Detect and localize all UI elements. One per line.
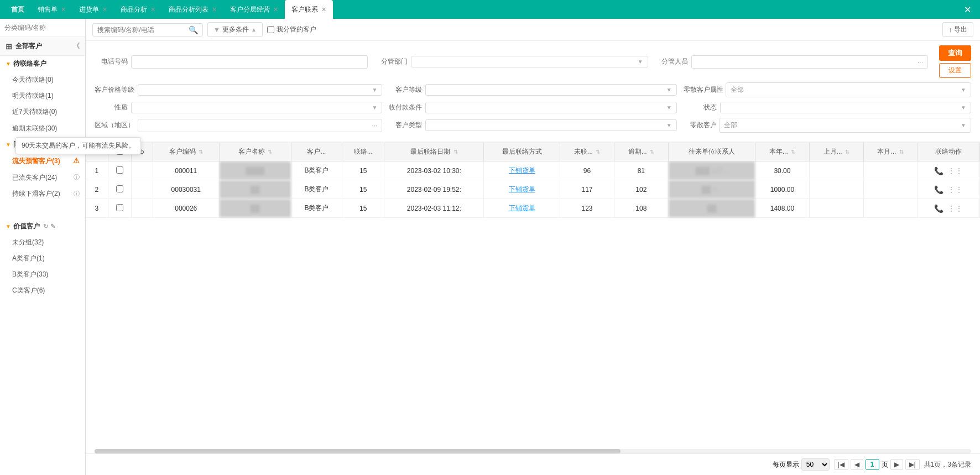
close-icon[interactable]: ✕ (273, 6, 278, 13)
cell-this-year: 1408.00 (755, 199, 810, 218)
cell-last-contact-method[interactable]: 下销货单 (484, 180, 560, 199)
sidebar-item-ungroups[interactable]: 未分组(32) (0, 234, 85, 250)
table-row: 1 000011 ████ B类客户 15 2023-03-02 10:30: … (86, 161, 980, 180)
my-customers-check[interactable] (267, 26, 274, 33)
status-select[interactable]: ▼ (720, 102, 971, 113)
cell-checkbox[interactable] (108, 161, 131, 180)
sidebar-item-churned[interactable]: 已流失客户(24) ⓘ (0, 170, 85, 186)
export-button[interactable]: ↑ 导出 (942, 22, 973, 37)
close-icon[interactable]: ✕ (61, 6, 66, 13)
cell-last-contact-date: 2023-02-09 19:52: (384, 180, 484, 199)
col-customer-code[interactable]: 客户编码 ⇅ (153, 143, 220, 161)
per-page-select[interactable]: 50 100 (801, 458, 830, 471)
cell-checkbox[interactable] (108, 199, 131, 218)
contact-method-link[interactable]: 下销货单 (509, 185, 535, 193)
sidebar-item-tomorrow-contact[interactable]: 明天待联络(1) (0, 88, 85, 104)
sidebar-item-declining[interactable]: 持续下滑客户(2) ⓘ (0, 186, 85, 202)
sidebar-all-customers[interactable]: ⊞ 全部客户 《 (0, 37, 85, 56)
first-page-button[interactable]: |◀ (834, 459, 848, 470)
settings-button[interactable]: 设置 (939, 63, 971, 78)
dept-select[interactable]: ▼ (411, 56, 648, 67)
col-customer-name[interactable]: 客户名称 ⇅ (220, 143, 291, 161)
payment-select[interactable]: ▼ (425, 102, 676, 113)
edit-icon[interactable]: ✎ (50, 223, 55, 230)
filter-row-1: 电话号码 分管部门 ▼ 分管人员 ··· (95, 45, 971, 78)
close-icon[interactable]: ✕ (321, 6, 326, 13)
more-action-icon[interactable]: ⋮⋮ (947, 166, 963, 175)
tab-customer-tier[interactable]: 客户分层经营 ✕ (223, 0, 285, 19)
col-last-month[interactable]: 上月... ⇅ (809, 143, 863, 161)
tab-product-analysis-list[interactable]: 商品分析列表 ✕ (162, 0, 223, 19)
last-page-button[interactable]: ▶| (905, 459, 920, 470)
row-checkbox[interactable] (116, 204, 123, 211)
contact-action-icon[interactable]: 📞 (934, 204, 943, 213)
table-row: 2 00030031 ██ B类客户 15 2023-02-09 19:52: … (86, 180, 980, 199)
prev-page-button[interactable]: ◀ (851, 459, 863, 470)
phone-input[interactable] (131, 55, 368, 69)
cell-unit-contact: ███ 107... (668, 161, 755, 180)
price-level-select[interactable]: ▼ (138, 84, 382, 96)
row-checkbox[interactable] (116, 166, 123, 174)
arrow-down-icon: ▼ (6, 142, 11, 148)
sidebar-item-class-c[interactable]: C类客户(6) (0, 283, 85, 299)
close-icon[interactable]: ✕ (212, 6, 217, 13)
contact-method-link[interactable]: 下销货单 (509, 204, 535, 212)
tab-product-analysis[interactable]: 商品分析 ✕ (114, 0, 162, 19)
zero-customer-label: 零散客户 (684, 121, 717, 130)
main-search-input[interactable] (97, 26, 189, 34)
zero-attr-select[interactable]: 全部 ▼ (726, 82, 971, 97)
tab-customer-connect[interactable]: 客户联系 ✕ (285, 0, 333, 19)
sidebar-search-input[interactable] (4, 24, 86, 32)
more-action-icon[interactable]: ⋮⋮ (947, 185, 963, 194)
col-this-year[interactable]: 本年... ⇅ (755, 143, 810, 161)
more-conditions-button[interactable]: ▼ 更多条件 ▲ (207, 22, 263, 37)
tab-sales[interactable]: 销售单 ✕ (31, 0, 72, 19)
window-close-icon[interactable]: ✕ (960, 2, 976, 17)
close-icon[interactable]: ✕ (150, 6, 155, 13)
zero-customer-select[interactable]: 全部 ▼ (719, 118, 971, 133)
cell-this-year: 30.00 (755, 161, 810, 180)
manager-select[interactable]: ··· (691, 55, 928, 69)
scrollbar-thumb[interactable] (95, 449, 621, 453)
col-this-month[interactable]: 本月... ⇅ (863, 143, 918, 161)
cell-spacer (131, 161, 153, 180)
sidebar-item-class-b[interactable]: B类客户(33) (0, 267, 85, 283)
col-last-contact-date[interactable]: 最后联络日期 ⇅ (384, 143, 484, 161)
cell-last-contact-method[interactable]: 下销货单 (484, 161, 560, 180)
sidebar-item-overdue-contact[interactable]: 逾期未联络(30) (0, 121, 85, 137)
contact-action-icon[interactable]: 📞 (934, 166, 943, 175)
sidebar-group-pending-contact[interactable]: ▼ 待联络客户 (0, 56, 85, 72)
sidebar-item-churn-warning[interactable]: 流失预警客户(3) ⚠ (0, 153, 85, 170)
more-action-icon[interactable]: ⋮⋮ (947, 204, 963, 213)
gender-select[interactable]: ▼ (131, 102, 382, 113)
customer-type-select[interactable]: ▼ (425, 119, 676, 131)
sidebar-group-valued-customers[interactable]: ▼ 价值客户 ↻ ✎ (0, 218, 85, 234)
collapse-icon[interactable]: 《 (73, 41, 80, 51)
sort-icon: ⇅ (791, 149, 795, 155)
horizontal-scrollbar[interactable] (95, 449, 971, 453)
row-checkbox[interactable] (116, 185, 123, 192)
region-select[interactable]: ··· (138, 119, 382, 132)
col-overdue[interactable]: 逾期... ⇅ (614, 143, 668, 161)
arrow-down-icon: ▼ (6, 223, 11, 229)
sidebar-item-7days-contact[interactable]: 近7天待联络(0) (0, 104, 85, 120)
cell-checkbox[interactable] (108, 180, 131, 199)
tab-home[interactable]: 首页 (4, 0, 31, 19)
sidebar-item-today-contact[interactable]: 今天待联络(0) (0, 72, 85, 88)
sidebar-search-bar: 🔍 (0, 19, 85, 37)
close-icon[interactable]: ✕ (102, 6, 107, 13)
my-customers-checkbox[interactable]: 我分管的客户 (267, 25, 316, 34)
payment-label: 收付款条件 (389, 103, 422, 112)
customer-level-select[interactable]: ▼ (425, 84, 676, 96)
contact-action-icon[interactable]: 📞 (934, 185, 943, 194)
contact-method-link[interactable]: 下销货单 (509, 166, 535, 174)
filter-zero-customer: 零散客户 全部 ▼ (684, 118, 971, 133)
tab-purchase[interactable]: 进货单 ✕ (72, 0, 114, 19)
sidebar-item-class-a[interactable]: A类客户(1) (0, 250, 85, 267)
cell-last-contact-method[interactable]: 下销货单 (484, 199, 560, 218)
filter-zero-attr: 零散客户属性 全部 ▼ (684, 82, 971, 97)
next-page-button[interactable]: ▶ (890, 459, 903, 470)
refresh-icon[interactable]: ↻ (43, 223, 48, 230)
col-not-contacted[interactable]: 未联... ⇅ (560, 143, 614, 161)
query-button[interactable]: 查询 (939, 45, 971, 61)
